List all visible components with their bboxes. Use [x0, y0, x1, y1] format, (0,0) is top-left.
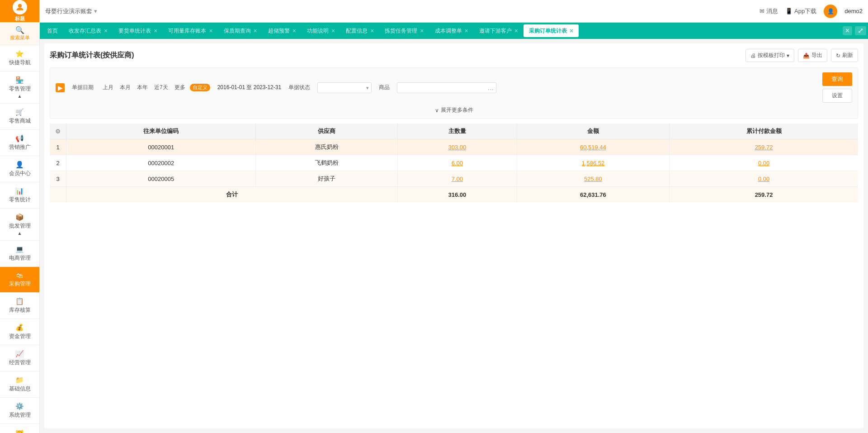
- shortcut-this-month[interactable]: 本月: [118, 83, 132, 92]
- sidebar-item-system[interactable]: ⚙️ 系统管理: [0, 398, 39, 424]
- table-row: 3 00020005 好孩子 7.00 525.80 0.00: [50, 171, 858, 187]
- sidebar-item-retailstat[interactable]: 📊 零售统计: [0, 182, 39, 209]
- sidebar-item-retailmall[interactable]: 🛒 零售商城: [0, 104, 39, 130]
- logo-text: 标题: [15, 15, 25, 22]
- row-3-paid[interactable]: 0.00: [670, 171, 858, 187]
- filter-row-main: ▶ 单据日期 上月 本月 本年 近7天 更多 自定义 2016-01-01 至 …: [56, 72, 852, 103]
- sidebar-item-retail[interactable]: 🏪 零售管理 ▲: [0, 71, 39, 104]
- tab-close-expiry[interactable]: ×: [254, 28, 257, 34]
- tab-close-costadjust[interactable]: ×: [465, 28, 468, 34]
- tab-warning[interactable]: 超储预警 ×: [263, 24, 302, 37]
- sidebar-item-basic[interactable]: 📁 基础信息: [0, 371, 39, 398]
- query-btn[interactable]: 查询: [822, 72, 852, 86]
- row-1-code: 00020001: [66, 139, 256, 155]
- table-footer-row: 合计 316.00 62,631.76 259.72: [50, 187, 858, 203]
- header-left: 母婴行业演示账套 ▾: [45, 7, 97, 15]
- row-3-qty[interactable]: 7.00: [397, 171, 517, 187]
- tab-costadjust[interactable]: 成本调整单 ×: [429, 24, 474, 37]
- column-settings-icon[interactable]: ⚙: [55, 128, 61, 135]
- th-code: 往来单位编码: [66, 124, 256, 139]
- tab-config[interactable]: 配置信息 ×: [340, 24, 379, 37]
- goods-input[interactable]: [397, 82, 496, 93]
- tab-invite[interactable]: 邀请下游客户 ×: [474, 24, 524, 37]
- page-content: 采购订单统计表(按供应商) 🖨 按模板打印 ▾ 📤 导出 ↻ 刷新: [40, 39, 868, 433]
- sidebar-item-shortcut[interactable]: ⭐ 快捷导航: [0, 45, 39, 71]
- row-3-amount[interactable]: 525.80: [517, 171, 669, 187]
- workspace-selector[interactable]: 母婴行业演示账套 ▾: [45, 7, 97, 15]
- tab-close-task[interactable]: ×: [420, 28, 424, 34]
- retail-expand-icon: ▲: [18, 94, 22, 99]
- sidebar-item-enterprise[interactable]: 🤝 企业协同: [0, 424, 39, 433]
- shortcut-last-month[interactable]: 上月: [101, 83, 115, 92]
- print-btn[interactable]: 🖨 按模板打印 ▾: [745, 49, 794, 62]
- shortcut-this-year[interactable]: 本年: [135, 83, 150, 92]
- refresh-icon: ↻: [836, 52, 840, 59]
- workspace-name: 母婴行业演示账套: [45, 7, 92, 15]
- filter-expand-btn[interactable]: ∨ 展开更多条件: [56, 106, 852, 114]
- filter-toggle-btn[interactable]: ▶: [56, 83, 65, 92]
- export-btn[interactable]: 📤 导出: [798, 49, 827, 62]
- sidebar-item-ecommerce[interactable]: 💻 电商管理: [0, 241, 39, 267]
- status-filter-label: 单据状态: [288, 84, 310, 91]
- app-logo: 标题: [0, 0, 39, 22]
- footer-label: 合计: [66, 187, 398, 203]
- row-1-amount[interactable]: 60,519.44: [517, 139, 669, 155]
- tab-purchasesummary[interactable]: 采购订单统计表 ×: [524, 24, 579, 37]
- sidebar-item-member[interactable]: 👤 会员中心: [0, 156, 39, 182]
- sidebar-item-inventory[interactable]: 📋 库存核算: [0, 293, 39, 319]
- th-qty: 主数量: [397, 124, 517, 139]
- tab-stockbook[interactable]: 可用量库存账本 ×: [163, 24, 218, 37]
- tab-close-purchasesummary[interactable]: ×: [570, 28, 573, 34]
- date-range-display: 2016-01-01 至 2023-12-31: [217, 84, 281, 91]
- goods-filter-label: 商品: [379, 84, 390, 91]
- row-2-paid[interactable]: 0.00: [670, 155, 858, 171]
- tab-home[interactable]: 首页: [42, 24, 63, 37]
- fullscreen-btn[interactable]: ⤢: [855, 26, 866, 35]
- tab-close-warning[interactable]: ×: [292, 28, 296, 34]
- goods-input-more-icon[interactable]: …: [487, 84, 494, 91]
- th-settings: ⚙: [50, 124, 66, 139]
- query-btn-col: 查询 设置: [822, 72, 852, 103]
- row-2-amount[interactable]: 1,586.52: [517, 155, 669, 171]
- tab-goodssummary[interactable]: 要货单统计表 ×: [113, 24, 163, 37]
- user-avatar[interactable]: 👤: [824, 5, 837, 18]
- custom-badge[interactable]: 自定义: [190, 84, 210, 91]
- logo-icon: [13, 0, 27, 14]
- sidebar-item-operation[interactable]: 📈 经营管理: [0, 345, 39, 371]
- sidebar-item-wholesale[interactable]: 📦 批发管理 ▲: [0, 209, 39, 241]
- data-table: ⚙ 往来单位编码 供应商 主数量 金额 累计付款金额 1 00020001: [50, 124, 858, 202]
- row-1-paid[interactable]: 259.72: [670, 139, 858, 155]
- tab-close-config[interactable]: ×: [370, 28, 374, 34]
- tab-bar: 首页 收发存汇总表 × 要货单统计表 × 可用量库存账本 × 保质期查询 × 超…: [40, 23, 868, 39]
- shortcut-7days[interactable]: 近7天: [152, 83, 170, 92]
- status-select-wrap: [317, 82, 372, 93]
- tab-close-goodssummary[interactable]: ×: [154, 28, 157, 34]
- row-1-qty[interactable]: 303.00: [397, 139, 517, 155]
- header-app-download-btn[interactable]: 📱 App下载: [785, 7, 816, 15]
- sidebar-item-search[interactable]: 🔍 搜索菜单: [0, 22, 39, 45]
- table-header-row: ⚙ 往来单位编码 供应商 主数量 金额 累计付款金额: [50, 124, 858, 139]
- tab-sfsummary[interactable]: 收发存汇总表 ×: [63, 24, 113, 37]
- status-select[interactable]: [317, 82, 372, 93]
- tab-funcinfo[interactable]: 功能说明 ×: [302, 24, 340, 37]
- tab-task[interactable]: 拣货任务管理 ×: [379, 24, 429, 37]
- sidebar-item-finance[interactable]: 💰 资金管理: [0, 319, 39, 345]
- refresh-btn[interactable]: ↻ 刷新: [831, 49, 858, 62]
- close-all-tabs-btn[interactable]: ×: [843, 26, 852, 35]
- tab-close-stockbook[interactable]: ×: [209, 28, 212, 34]
- footer-empty: [50, 187, 66, 203]
- sidebar-item-purchase[interactable]: 🛍 采购管理: [0, 267, 39, 293]
- tab-close-funcinfo[interactable]: ×: [331, 28, 335, 34]
- print-icon: 🖨: [750, 52, 756, 59]
- tab-close-invite[interactable]: ×: [514, 28, 518, 34]
- table-body: 1 00020001 惠氏奶粉 303.00 60,519.44 259.72 …: [50, 139, 858, 187]
- header-right: ✉ 消息 📱 App下载 👤 demo2: [760, 5, 863, 18]
- tab-expiry[interactable]: 保质期查询 ×: [218, 24, 263, 37]
- th-paid: 累计付款金额: [670, 124, 858, 139]
- tab-close-sfsummary[interactable]: ×: [104, 28, 108, 34]
- header-message-btn[interactable]: ✉ 消息: [760, 7, 778, 15]
- row-2-qty[interactable]: 6.00: [397, 155, 517, 171]
- sidebar-item-marketing[interactable]: 📢 营销推广: [0, 130, 39, 156]
- settings-btn[interactable]: 设置: [822, 89, 852, 103]
- shortcut-more[interactable]: 更多: [173, 83, 187, 92]
